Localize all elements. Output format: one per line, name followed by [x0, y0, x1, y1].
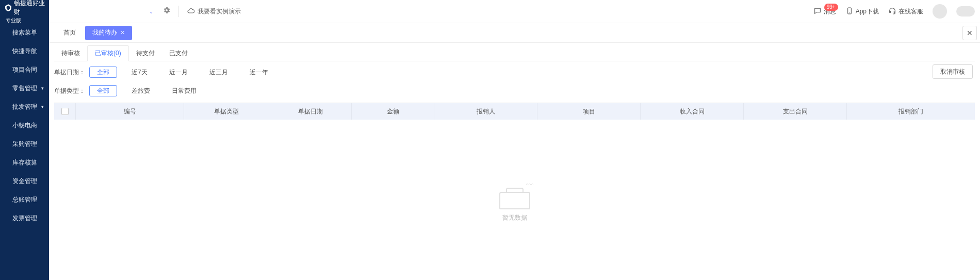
date-filter-1m[interactable]: 近一月 — [162, 67, 195, 78]
col-project: 项目 — [537, 103, 641, 120]
sidebar-item-label: 批发管理 — [12, 103, 37, 111]
sidebar-item-wholesale[interactable]: 批发管理▾ — [0, 97, 49, 116]
org-selector[interactable]: ⌄ — [54, 4, 157, 19]
sidebar-item-label: 搜索菜单 — [12, 28, 37, 37]
sidebar-item-label: 总账管理 — [12, 195, 37, 204]
caret-down-icon: ▾ — [41, 86, 44, 91]
sidebar-item-ledger[interactable]: 总账管理 — [0, 190, 49, 209]
close-icon[interactable]: ✕ — [120, 29, 125, 36]
data-table: 编号 单据类型 单据日期 金额 报销人 项目 收入合同 支出合同 报销部门 〰 … — [54, 103, 975, 222]
subtab-pending[interactable]: 待审核 — [54, 46, 87, 61]
subtab-topay[interactable]: 待支付 — [129, 46, 162, 61]
customer-service-button[interactable]: 在线客服 — [888, 7, 923, 17]
phone-icon — [845, 7, 854, 17]
demo-link[interactable]: 我要看实例演示 — [187, 7, 241, 17]
app-download-button[interactable]: App下载 — [845, 7, 879, 17]
subtab-paid[interactable]: 已支付 — [162, 46, 195, 61]
sidebar-item-project-contract[interactable]: 项目合同 — [0, 60, 49, 79]
content: 待审核 已审核(0) 待支付 已支付 单据日期： 全部 近7天 近一月 近三月 … — [49, 43, 980, 280]
sidebar-item-search[interactable]: 搜索菜单 — [0, 23, 49, 42]
sidebar: 畅捷通好业财 专业版 搜索菜单 快捷导航 项目合同 零售管理▾ 批发管理▾ 小畅… — [0, 0, 49, 280]
filter-date-row: 单据日期： 全部 近7天 近一月 近三月 近一年 — [54, 64, 975, 80]
messages-badge: 99+ — [824, 4, 838, 11]
tab-home[interactable]: 首页 — [56, 26, 83, 40]
sidebar-item-inventory[interactable]: 库存核算 — [0, 153, 49, 172]
topbar-right: 消息 99+ App下载 在线客服 — [813, 4, 975, 19]
vertical-divider — [178, 6, 179, 17]
sidebar-item-label: 采购管理 — [12, 140, 37, 149]
page-tabs: 首页 我的待办 ✕ ✕ — [49, 23, 980, 43]
date-filter-all[interactable]: 全部 — [89, 67, 117, 78]
svg-point-1 — [849, 12, 850, 13]
col-expense-contract: 支出合同 — [744, 103, 847, 120]
col-dept: 报销部门 — [847, 103, 975, 120]
tab-my-todo[interactable]: 我的待办 ✕ — [85, 26, 132, 40]
col-income-contract: 收入合同 — [641, 103, 744, 120]
date-filter-7d[interactable]: 近7天 — [124, 67, 155, 78]
sub-tabs: 待审核 已审核(0) 待支付 已支付 — [54, 45, 975, 61]
app-download-label: App下载 — [856, 7, 879, 16]
tab-label: 我的待办 — [92, 28, 117, 37]
col-docdate: 单据日期 — [269, 103, 352, 120]
cancel-approve-button[interactable]: 取消审核 — [933, 64, 973, 79]
sidebar-item-funds[interactable]: 资金管理 — [0, 172, 49, 190]
brand-name: 畅捷通好业财 — [14, 0, 49, 17]
col-number: 编号 — [76, 103, 184, 120]
customer-service-label: 在线客服 — [899, 7, 923, 16]
account-pill[interactable] — [956, 6, 975, 17]
sidebar-item-ecommerce[interactable]: 小畅电商 — [0, 116, 49, 135]
message-icon — [813, 7, 822, 17]
col-amount: 金额 — [352, 103, 434, 120]
sidebar-item-invoice[interactable]: 发票管理 — [0, 209, 49, 227]
sidebar-item-purchase[interactable]: 采购管理 — [0, 135, 49, 153]
sidebar-item-retail[interactable]: 零售管理▾ — [0, 79, 49, 97]
sidebar-item-label: 快捷导航 — [12, 47, 37, 56]
headset-icon — [888, 7, 896, 17]
sidebar-item-label: 发票管理 — [12, 214, 37, 223]
messages-button[interactable]: 消息 99+ — [813, 7, 836, 17]
brand-block: 畅捷通好业财 专业版 — [0, 0, 49, 23]
col-claimer: 报销人 — [434, 103, 537, 120]
date-filter-3m[interactable]: 近三月 — [202, 67, 235, 78]
sidebar-item-label: 资金管理 — [12, 177, 37, 186]
sidebar-item-label: 零售管理 — [12, 84, 37, 93]
col-doctype: 单据类型 — [184, 103, 269, 120]
empty-text: 暂无数据 — [502, 213, 527, 222]
filter-date-label: 单据日期： — [54, 68, 85, 77]
date-filter-1y[interactable]: 近一年 — [242, 67, 275, 78]
table-header: 编号 单据类型 单据日期 金额 报销人 项目 收入合同 支出合同 报销部门 — [54, 103, 975, 120]
type-filter-all[interactable]: 全部 — [89, 85, 117, 96]
type-filter-daily[interactable]: 日常费用 — [165, 85, 204, 96]
type-filter-travel[interactable]: 差旅费 — [124, 85, 157, 96]
brand-logo-icon — [4, 4, 12, 12]
caret-down-icon: ▾ — [41, 104, 44, 109]
sidebar-item-label: 小畅电商 — [12, 121, 37, 130]
sidebar-item-label: 库存核算 — [12, 158, 37, 167]
filter-type-label: 单据类型： — [54, 87, 85, 95]
subtab-approved[interactable]: 已审核(0) — [87, 45, 129, 61]
cloud-icon — [187, 7, 195, 17]
gear-icon[interactable] — [162, 6, 171, 17]
tab-label: 首页 — [63, 28, 76, 37]
filter-type-row: 单据类型： 全部 差旅费 日常费用 — [54, 83, 975, 98]
topbar: ⌄ 我要看实例演示 消息 99+ App下载 在线客服 — [49, 0, 980, 23]
empty-box-icon: 〰 — [499, 192, 530, 209]
close-all-tabs-button[interactable]: ✕ — [962, 26, 977, 40]
avatar[interactable] — [933, 4, 947, 19]
sidebar-item-quicknav[interactable]: 快捷导航 — [0, 42, 49, 60]
demo-label: 我要看实例演示 — [198, 7, 241, 16]
chevron-down-icon: ⌄ — [149, 9, 153, 14]
empty-state: 〰 暂无数据 — [54, 192, 975, 222]
action-bar: 取消审核 — [933, 64, 973, 79]
sidebar-item-label: 项目合同 — [12, 65, 37, 74]
select-all-cell — [54, 103, 76, 120]
select-all-checkbox[interactable] — [61, 108, 69, 115]
